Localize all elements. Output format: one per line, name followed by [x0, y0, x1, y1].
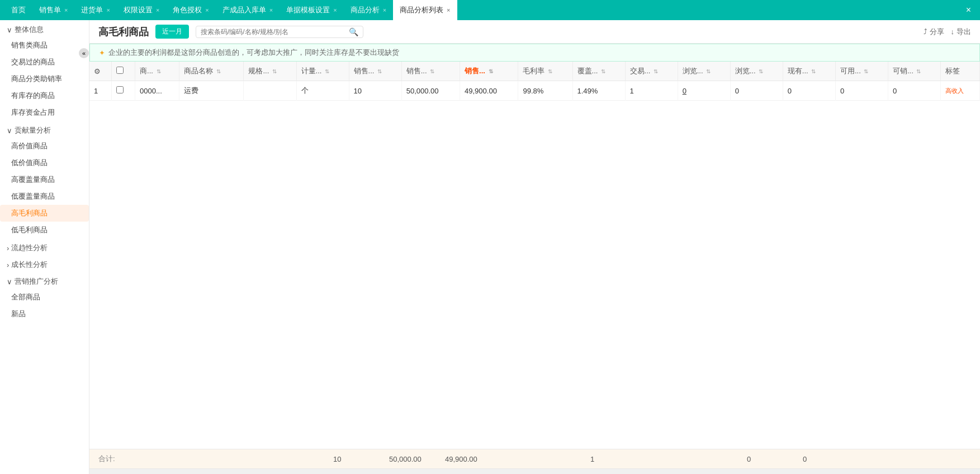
nav-tab-product-in-close[interactable]: × — [269, 7, 273, 13]
nav-tab-role[interactable]: 角色授权 × — [166, 0, 215, 20]
nav-tab-template-label: 单据模板设置 — [286, 5, 330, 15]
col-current-stock[interactable]: 现有... ⇅ — [783, 62, 835, 81]
notice-bar: ✦ 企业的主要的利润都是这部分商品创造的，可考虑加大推广，同时关注库存是不要出现… — [89, 44, 980, 62]
cell-name[interactable]: 运费 — [179, 81, 244, 101]
cell-current-stock: 0 — [783, 81, 835, 101]
sidebar-item-low-value[interactable]: 低价值商品 — [0, 154, 89, 171]
col-browse1-sort-icon: ⇅ — [706, 68, 711, 74]
col-sales-qty[interactable]: 销售... ⇅ — [349, 62, 401, 81]
col-spec[interactable]: 规格... ⇅ — [244, 62, 296, 81]
sidebar-item-traded-goods[interactable]: 交易过的商品 — [0, 54, 89, 71]
sidebar-item-stock-goods[interactable]: 有库存的商品 — [0, 87, 89, 104]
sidebar-section-trend[interactable]: › 流趋性分析 — [0, 238, 89, 255]
cell-browse1[interactable]: 0 — [678, 81, 730, 101]
nav-tab-purchase[interactable]: 进货单 × — [74, 0, 116, 20]
cell-browse2: 0 — [730, 81, 783, 101]
col-browse2-sort-icon: ⇅ — [759, 68, 763, 74]
sidebar-item-low-coverage[interactable]: 低覆盖量商品 — [0, 188, 89, 205]
data-table: ⚙ 商... ⇅ 商品名称 ⇅ — [89, 62, 980, 101]
filter-recent-month-button[interactable]: 近一月 — [155, 25, 189, 39]
col-transactions[interactable]: 交易... ⇅ — [625, 62, 678, 81]
sidebar-item-stock-capital[interactable]: 库存资金占用 — [0, 104, 89, 121]
sidebar-section-contribution[interactable]: ∨ 贡献量分析 — [0, 121, 89, 138]
nav-tab-role-close[interactable]: × — [205, 7, 209, 13]
nav-tab-analysis-list-close[interactable]: × — [447, 7, 450, 13]
sidebar-section-overall[interactable]: ∨ 整体信息 — [0, 20, 89, 37]
sidebar-item-category-rate[interactable]: 商品分类助销率 — [0, 71, 89, 87]
col-available-sort-icon: ⇅ — [864, 68, 868, 74]
footer-sales-profit: 49,900.00 — [445, 455, 490, 463]
col-coverage[interactable]: 覆盖... ⇅ — [572, 62, 625, 81]
bottom-scrollbar[interactable] — [89, 468, 980, 474]
sidebar-item-all-goods[interactable]: 全部商品 — [0, 289, 89, 306]
sidebar-item-high-margin[interactable]: 高毛利商品 — [0, 205, 89, 222]
col-sales-amount[interactable]: 销售... ⇅ — [401, 62, 460, 81]
close-all-button[interactable]: × — [962, 5, 976, 15]
share-button[interactable]: ⤴ 分享 — [924, 27, 944, 37]
sidebar-section-marketing-arrow: ∨ — [7, 278, 12, 286]
table-wrapper: ⚙ 商... ⇅ 商品名称 ⇅ — [89, 62, 980, 449]
col-gross-margin[interactable]: 毛利率 ⇅ — [518, 62, 572, 81]
sidebar-collapse-button[interactable]: « — [79, 48, 89, 58]
nav-tab-product-in[interactable]: 产成品入库单 × — [216, 0, 280, 20]
sidebar-section-growth-label: 成长性分析 — [11, 260, 48, 270]
export-button[interactable]: ↓ 导出 — [951, 27, 972, 37]
sidebar-section-growth[interactable]: › 成长性分析 — [0, 255, 89, 272]
nav-tab-template[interactable]: 单据模板设置 × — [280, 0, 343, 20]
sidebar-item-sales-goods[interactable]: 销售类商品 — [0, 37, 89, 54]
nav-tab-analysis[interactable]: 商品分析 × — [344, 0, 393, 20]
cell-unit: 个 — [296, 81, 349, 101]
col-sales-profit[interactable]: 销售... ⇅ — [460, 62, 518, 81]
cell-sales-amount: 50,000.00 — [401, 81, 460, 101]
cell-spec — [244, 81, 296, 101]
nav-tab-sales[interactable]: 销售单 × — [32, 0, 74, 20]
nav-tab-permission[interactable]: 权限设置 × — [117, 0, 166, 20]
notice-icon: ✦ — [99, 49, 105, 57]
footer-current-stock: 0 — [747, 455, 792, 463]
nav-tab-analysis-close[interactable]: × — [383, 7, 386, 13]
footer-summary: 合计: 10 50,000.00 49,900.00 1 0 0 — [89, 449, 980, 468]
sidebar: « ∨ 整体信息 销售类商品 交易过的商品 商品分类助销率 有库存的商品 库存资… — [0, 20, 89, 474]
sidebar-section-growth-arrow: › — [7, 261, 9, 269]
nav-tab-home[interactable]: 首页 — [4, 0, 32, 20]
table-row: 1 0000... 运费 个 10 50,000.00 49,900.00 99… — [89, 81, 980, 101]
col-unit[interactable]: 计量... ⇅ — [296, 62, 349, 81]
nav-tab-sales-close[interactable]: × — [64, 7, 68, 13]
nav-tab-permission-close[interactable]: × — [156, 7, 159, 13]
cell-code[interactable]: 0000... — [135, 81, 179, 101]
settings-icon[interactable]: ⚙ — [94, 67, 101, 76]
sidebar-item-low-margin[interactable]: 低毛利商品 — [0, 222, 89, 238]
sidebar-section-marketing[interactable]: ∨ 营销推广分析 — [0, 272, 89, 289]
col-sellable[interactable]: 可销... ⇅ — [888, 62, 940, 81]
col-browse2[interactable]: 浏览... ⇅ — [730, 62, 783, 81]
sidebar-item-high-coverage[interactable]: 高覆盖量商品 — [0, 171, 89, 188]
browse1-link[interactable]: 0 — [683, 87, 687, 95]
row-checkbox[interactable] — [116, 86, 124, 93]
search-wrapper: 🔍 — [196, 26, 363, 38]
nav-tab-purchase-label: 进货单 — [81, 5, 103, 15]
search-icon[interactable]: 🔍 — [349, 27, 358, 36]
footer-transactions: 1 — [590, 455, 635, 463]
nav-tab-home-label: 首页 — [11, 5, 26, 15]
col-coverage-sort-icon: ⇅ — [601, 68, 605, 74]
sidebar-item-high-value[interactable]: 高价值商品 — [0, 138, 89, 154]
col-current-stock-sort-icon: ⇅ — [811, 68, 816, 74]
col-transactions-sort-icon: ⇅ — [654, 68, 658, 74]
tag-label: 高收入 — [945, 87, 964, 94]
sidebar-item-new-goods[interactable]: 新品 — [0, 306, 89, 322]
col-browse1[interactable]: 浏览... ⇅ — [678, 62, 730, 81]
search-input[interactable] — [201, 28, 349, 36]
col-gross-margin-sort-icon: ⇅ — [548, 68, 552, 74]
col-checkbox — [112, 62, 135, 81]
nav-tab-purchase-close[interactable]: × — [106, 7, 110, 13]
cell-transactions-value: 1 — [630, 87, 634, 95]
nav-tab-template-close[interactable]: × — [333, 7, 337, 13]
select-all-checkbox[interactable] — [116, 67, 124, 74]
sidebar-section-trend-label: 流趋性分析 — [11, 243, 48, 253]
col-available[interactable]: 可用... ⇅ — [835, 62, 888, 81]
col-name[interactable]: 商品名称 ⇅ — [179, 62, 244, 81]
nav-tab-analysis-list[interactable]: 商品分析列表 × — [393, 0, 457, 20]
col-code[interactable]: 商... ⇅ — [135, 62, 179, 81]
nav-tab-permission-label: 权限设置 — [124, 5, 153, 15]
export-icon: ↓ — [951, 27, 955, 36]
